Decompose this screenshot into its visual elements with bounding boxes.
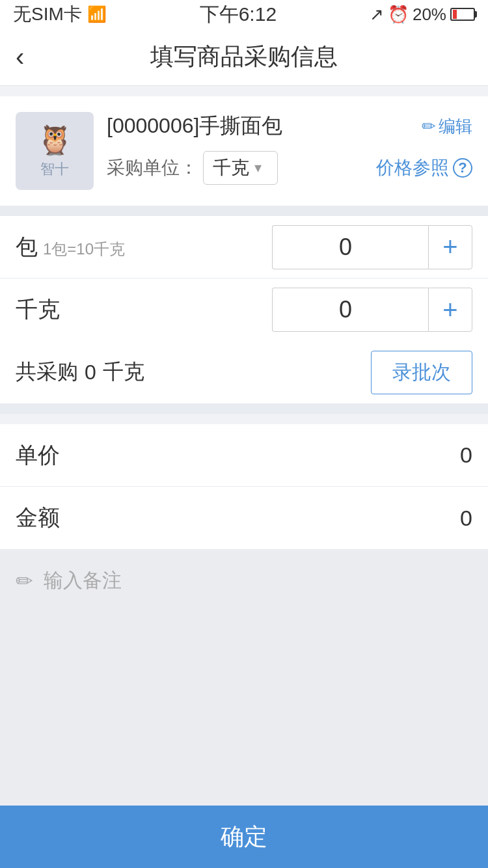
total-label: 共采购 bbox=[16, 358, 78, 387]
amount-row: 金额 0 bbox=[0, 487, 488, 549]
separator-1 bbox=[0, 206, 488, 216]
total-row: 共采购 0 千克 录批次 bbox=[0, 341, 488, 403]
status-left: 无SIM卡 📶 bbox=[13, 2, 107, 27]
bag-label: 包 bbox=[16, 232, 38, 262]
alarm-icon: ⏰ bbox=[388, 5, 409, 25]
separator-2 bbox=[0, 403, 488, 414]
unit-price-row: 单价 0 bbox=[0, 424, 488, 487]
page-title: 填写商品采购信息 bbox=[150, 41, 338, 73]
battery-tip bbox=[475, 11, 477, 18]
price-ref-label: 价格参照 bbox=[376, 156, 449, 180]
wifi-icon: 📶 bbox=[87, 5, 107, 23]
bag-input-row: 包 1包=10千克 + bbox=[0, 216, 488, 278]
bag-sublabel: 1包=10千克 bbox=[43, 239, 125, 260]
battery-icon bbox=[450, 8, 475, 21]
edit-icon: ✏ bbox=[422, 116, 436, 137]
price-ref-button[interactable]: 价格参照 ? bbox=[376, 156, 472, 180]
product-info: [0000006]手撕面包 ✏ 编辑 采购单位： 千克 ▾ 价格参照 ? bbox=[107, 112, 472, 185]
location-icon: ↗ bbox=[370, 5, 384, 25]
kg-label: 千克 bbox=[16, 295, 60, 325]
bag-plus-button[interactable]: + bbox=[428, 225, 472, 269]
product-name-row: [0000006]手撕面包 ✏ 编辑 bbox=[107, 112, 472, 141]
price-section: 单价 0 金额 0 bbox=[0, 424, 488, 549]
back-button[interactable]: ‹ bbox=[16, 42, 24, 72]
kg-quantity-input[interactable] bbox=[272, 288, 428, 332]
edit-button[interactable]: ✏ 编辑 bbox=[422, 115, 472, 138]
bag-quantity-input[interactable] bbox=[272, 225, 428, 269]
carrier-label: 无SIM卡 bbox=[13, 2, 82, 27]
input-section: 包 1包=10千克 + 千克 + bbox=[0, 216, 488, 341]
product-image: 🦉 智十 bbox=[16, 112, 94, 190]
status-bar: 无SIM卡 📶 下午6:12 ↗ ⏰ 20% bbox=[0, 0, 488, 29]
battery-percent: 20% bbox=[413, 5, 446, 25]
unit-row: 采购单位： 千克 ▾ 价格参照 ? bbox=[107, 151, 472, 185]
amount-label: 金额 bbox=[16, 503, 60, 533]
owl-icon: 🦉 bbox=[37, 123, 73, 157]
confirm-button[interactable]: 确定 bbox=[0, 806, 488, 868]
dropdown-arrow-icon: ▾ bbox=[254, 159, 262, 176]
remark-section[interactable]: ✏ 输入备注 bbox=[0, 549, 488, 612]
nav-bar: ‹ 填写商品采购信息 bbox=[0, 29, 488, 86]
status-time: 下午6:12 bbox=[200, 1, 277, 28]
total-info: 共采购 0 千克 bbox=[16, 358, 144, 387]
remark-placeholder: 输入备注 bbox=[44, 567, 122, 594]
confirm-label: 确定 bbox=[221, 821, 267, 853]
unit-select[interactable]: 千克 ▾ bbox=[203, 151, 278, 185]
pencil-icon: ✏ bbox=[16, 569, 33, 593]
record-batch-button[interactable]: 录批次 bbox=[371, 351, 472, 394]
product-card: 🦉 智十 [0000006]手撕面包 ✏ 编辑 采购单位： 千克 ▾ 价格参照 … bbox=[0, 96, 488, 206]
status-right: ↗ ⏰ 20% bbox=[370, 5, 475, 25]
product-image-inner: 🦉 智十 bbox=[16, 112, 94, 190]
total-amount: 0 bbox=[85, 360, 96, 385]
kg-plus-button[interactable]: + bbox=[428, 288, 472, 332]
info-icon: ? bbox=[453, 158, 472, 178]
unit-value: 千克 bbox=[213, 156, 249, 180]
bottom-spacer bbox=[0, 612, 488, 821]
battery-fill bbox=[453, 10, 457, 19]
edit-label: 编辑 bbox=[439, 115, 472, 138]
owl-label: 智十 bbox=[40, 159, 69, 179]
total-unit: 千克 bbox=[103, 358, 144, 387]
bag-input-right: + bbox=[272, 225, 472, 269]
kg-input-right: + bbox=[272, 288, 472, 332]
product-name: [0000006]手撕面包 bbox=[107, 112, 282, 141]
unit-label: 采购单位： bbox=[107, 156, 198, 180]
kg-input-row: 千克 + bbox=[0, 278, 488, 341]
unit-price-label: 单价 bbox=[16, 441, 60, 470]
unit-price-value: 0 bbox=[460, 442, 472, 468]
amount-value: 0 bbox=[460, 506, 472, 531]
